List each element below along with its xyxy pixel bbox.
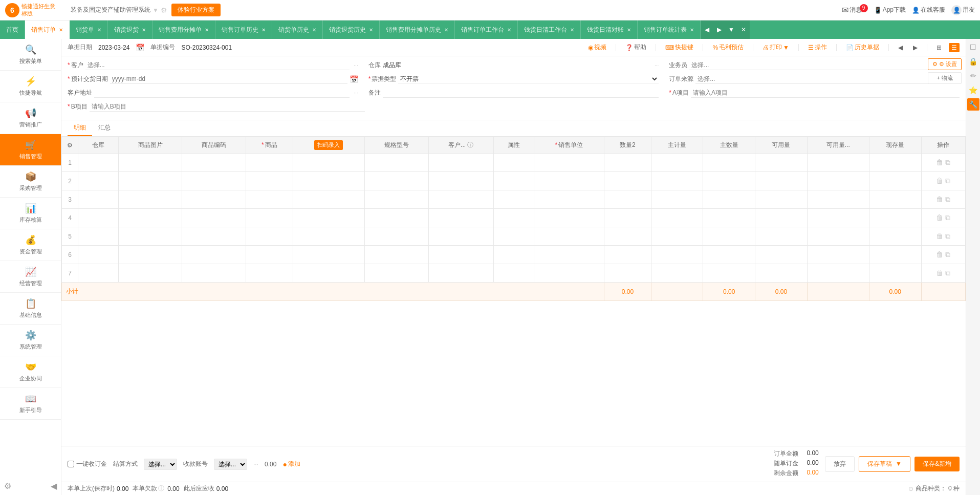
address-input[interactable] [94, 88, 350, 98]
row-delete-1[interactable]: 🗑 [936, 158, 943, 167]
sidebar-item-basic-info[interactable]: 📋 基础信息 [0, 293, 61, 325]
address-dots[interactable]: ··· [354, 90, 358, 96]
shortcut-btn[interactable]: ⌨ 快捷键 [662, 42, 696, 53]
history-btn[interactable]: 📄 历史单据 [843, 42, 882, 53]
logistics-button[interactable]: + 物流 [928, 72, 962, 84]
sidebar-item-search[interactable]: 🔍 搜索菜单 [0, 39, 61, 71]
row-attribute-1[interactable] [493, 154, 534, 172]
sidebar-item-system[interactable]: ⚙️ 系统管理 [0, 325, 61, 356]
row-copy-5[interactable]: ⧉ [945, 232, 950, 241]
row-qty2-1[interactable] [604, 154, 651, 172]
staff-input[interactable] [689, 60, 951, 70]
right-panel-btn-4[interactable]: ⭐ [967, 84, 979, 96]
operation-btn[interactable]: ☰ 操作 [805, 42, 830, 53]
row-code-1[interactable] [182, 154, 246, 172]
sidebar-item-management[interactable]: 📈 经营管理 [0, 261, 61, 293]
this-debit-help[interactable]: ⓘ [158, 484, 164, 493]
b-project-input[interactable] [90, 102, 365, 112]
tab-sales-expense[interactable]: 销售费用分摊单 ✕ [153, 20, 215, 39]
row-customer-code-1[interactable] [428, 154, 493, 172]
receipt-account-select[interactable]: 选择... [214, 459, 247, 470]
view-video-btn[interactable]: ◉ 视频 [585, 42, 609, 53]
nav-next-btn[interactable]: ▶ [910, 43, 921, 52]
save-draft-button[interactable]: 保存草稿 ▼ [859, 456, 910, 472]
settings-button[interactable]: ⚙ ⚙ 设置 [928, 58, 962, 70]
row-copy-6[interactable]: ⧉ [945, 250, 950, 259]
row-delete-2[interactable]: 🗑 [936, 177, 943, 185]
tab-close-all[interactable]: ✕ [737, 20, 750, 39]
row-copy-1[interactable]: ⧉ [945, 158, 950, 167]
right-panel-btn-1[interactable]: ☐ [967, 41, 979, 53]
row-copy-4[interactable]: ⧉ [945, 213, 950, 222]
row-copy-3[interactable]: ⧉ [945, 195, 950, 204]
warehouse-dots[interactable]: ··· [655, 62, 659, 68]
print-btn[interactable]: 🖨 打印 ▼ [759, 42, 792, 53]
tab-sales-stats[interactable]: 销售订单统计表 ✕ [638, 20, 701, 39]
row-delete-3[interactable]: 🗑 [936, 195, 943, 204]
sidebar-item-inventory[interactable]: 📊 库存核算 [0, 198, 61, 229]
tab-expense-history[interactable]: 销售费用分摊单历史 ✕ [380, 20, 455, 39]
tab-return-history[interactable]: 销货退货历史 ✕ [323, 20, 380, 39]
solution-button[interactable]: 体验行业方案 [171, 4, 221, 16]
tab-goods-history[interactable]: 销货单历史 ✕ [272, 20, 323, 39]
sidebar-item-marketing[interactable]: 📢 营销推广 [0, 102, 61, 134]
tab-sales-order-history[interactable]: 销售订单历史 ✕ [215, 20, 272, 39]
user-btn[interactable]: 👤 用友 [951, 5, 975, 15]
tab-home[interactable]: 首页 [0, 20, 25, 39]
remark-input[interactable] [383, 88, 659, 98]
tab-nav-prev[interactable]: ◀ [701, 20, 713, 39]
row-delete-5[interactable]: 🗑 [936, 232, 943, 241]
col-settings[interactable]: ⚙ [62, 137, 78, 154]
calendar-delivery-icon[interactable]: 📅 [350, 75, 358, 83]
tab-nav-more[interactable]: ▼ [725, 20, 737, 39]
app-download-btn[interactable]: 📱 App下载 [874, 6, 906, 14]
discard-button[interactable]: 放弃 [825, 456, 855, 472]
help-btn[interactable]: ❓ 帮助 [622, 42, 649, 53]
row-main-unit-1[interactable] [651, 154, 703, 172]
right-panel-btn-3[interactable]: ✏ [967, 70, 979, 82]
tab-nav-next[interactable]: ▶ [713, 20, 725, 39]
tab-close-icon[interactable]: ✕ [59, 27, 63, 33]
row-delete-6[interactable]: 🗑 [936, 250, 943, 259]
row-warehouse-1[interactable] [78, 154, 119, 172]
online-service-btn[interactable]: 👤 在线客服 [912, 6, 945, 14]
sidebar-collapse-icon[interactable]: ◀ [51, 481, 57, 491]
scan-button[interactable]: 扫码录入 [314, 140, 343, 150]
row-spec-1[interactable] [364, 154, 428, 172]
payment-method-select[interactable]: 选择... [144, 459, 177, 470]
receipt-dots[interactable]: ··· [253, 461, 258, 468]
one-click-checkout-checkbox[interactable] [68, 461, 74, 467]
row-main-qty-1[interactable] [703, 154, 755, 172]
right-panel-btn-2[interactable]: 🔒 [967, 55, 979, 68]
save-new-button[interactable]: 保存&新增 [914, 457, 960, 471]
sidebar-item-quick-nav[interactable]: ⚡ 快捷导航 [0, 71, 61, 102]
tab-sales-goods[interactable]: 销货单 ✕ [70, 20, 108, 39]
tab-daily-reconcile[interactable]: 钱货日清对账 ✕ [581, 20, 638, 39]
row-available2-1[interactable] [807, 154, 869, 172]
sidebar-item-finance[interactable]: 💰 资金管理 [0, 229, 61, 261]
row-copy-7[interactable]: ⧉ [945, 269, 950, 277]
sidebar-item-purchase[interactable]: 📦 采购管理 [0, 166, 61, 198]
row-image-1[interactable] [118, 154, 182, 172]
row-available-1[interactable] [755, 154, 808, 172]
nav-prev-btn[interactable]: ◀ [895, 43, 906, 52]
row-unit-1[interactable] [534, 154, 604, 172]
sidebar-settings-icon[interactable]: ⚙ [4, 481, 11, 491]
tab-sales-order[interactable]: 销售订单 ✕ [25, 20, 70, 39]
delivery-input[interactable] [110, 74, 347, 84]
order-source-input[interactable] [695, 74, 951, 84]
row-stock-1[interactable] [869, 154, 921, 172]
row-product-1[interactable] [246, 154, 293, 172]
view-table-btn[interactable]: ⊞ [933, 43, 945, 52]
row-copy-2[interactable]: ⧉ [945, 177, 950, 185]
sidebar-item-enterprise[interactable]: 🤝 企业协同 [0, 356, 61, 388]
invoice-select[interactable]: 不开票 [398, 75, 659, 83]
tab-detail[interactable]: 明细 [68, 120, 92, 136]
save-draft-dropdown-icon[interactable]: ▼ [896, 460, 902, 467]
message-btn[interactable]: ✉ 消息 9 [842, 5, 868, 15]
row-delete-7[interactable]: 🗑 [936, 269, 943, 277]
customer-dots[interactable]: ··· [354, 62, 358, 68]
add-button[interactable]: ● 添加 [282, 460, 300, 468]
tab-sales-return[interactable]: 销货退货 ✕ [108, 20, 153, 39]
a-project-input[interactable] [691, 88, 960, 98]
